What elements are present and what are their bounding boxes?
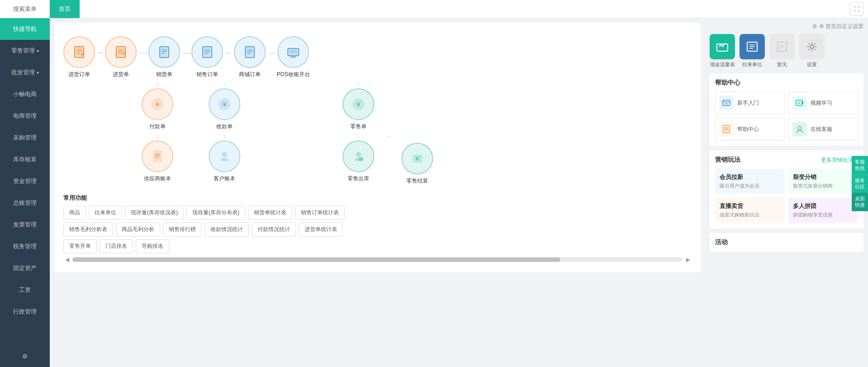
help-item-online-service[interactable]: 在线客服 bbox=[788, 118, 858, 140]
marketing-live[interactable]: 直播卖货 场景式购物新玩法 bbox=[715, 198, 785, 223]
marketing-member-title: 会员拉新 bbox=[720, 173, 780, 181]
customer-account-icon[interactable] bbox=[209, 140, 240, 172]
cashflow-icon-box bbox=[710, 34, 735, 59]
helpcenter-icon bbox=[719, 122, 734, 136]
marketing-group[interactable]: 多人拼团 拼团购物享受优惠 bbox=[788, 198, 858, 223]
sidebar-item-wholesale[interactable]: 批发管理 ▾ bbox=[0, 62, 50, 83]
func-btn-store-rank[interactable]: 门店排名 bbox=[100, 239, 133, 253]
help-item-beginner[interactable]: 新手入门 bbox=[715, 92, 785, 114]
svg-text:¥: ¥ bbox=[222, 101, 226, 108]
scroll-bar: ◀ ▶ bbox=[63, 256, 692, 263]
help-item-helpcenter[interactable]: 帮助中心 bbox=[715, 118, 785, 140]
func-btn-payment-stats[interactable]: 付款情况统计 bbox=[252, 222, 296, 237]
svg-rect-0 bbox=[75, 47, 84, 58]
tab-home[interactable]: 首页 bbox=[50, 0, 80, 18]
node-purchase-order[interactable]: 进货订单 bbox=[63, 36, 95, 78]
svg-rect-10 bbox=[160, 47, 169, 58]
help-item-video[interactable]: 视频学习 bbox=[788, 92, 858, 114]
float-buttons: 客服热线 服务社区 桌面快捷 bbox=[852, 156, 868, 211]
arrow-1: → bbox=[95, 48, 105, 58]
retail-settlement-icon[interactable]: ¥ bbox=[401, 143, 433, 174]
func-btn-sales-stats[interactable]: 销货单统计表 bbox=[248, 206, 292, 220]
func-btn-inventory-status[interactable]: 现存量(库存状况表) bbox=[125, 206, 184, 220]
marketing-live-title: 直播卖货 bbox=[720, 202, 780, 210]
marketing-member-desc: 吸引用户成为会员 bbox=[720, 183, 780, 189]
activity-title: 活动 bbox=[715, 238, 858, 246]
node-pos-cashier[interactable]: POS收银开台 bbox=[277, 36, 310, 78]
sidebar-item-invoice[interactable]: 发票管理 bbox=[0, 214, 50, 236]
float-btn-desktop[interactable]: 桌面快捷 bbox=[852, 193, 868, 211]
payment-slip-icon[interactable]: ¥ bbox=[142, 88, 173, 120]
sales-order-label: 销售订单 bbox=[196, 71, 218, 78]
common-func-title: 常用功能 bbox=[63, 194, 692, 202]
func-btn-goods[interactable]: 商品 bbox=[63, 206, 86, 220]
float-btn-service[interactable]: 客服热线 bbox=[852, 156, 868, 174]
scroll-track[interactable] bbox=[72, 257, 682, 262]
svg-point-62 bbox=[798, 126, 801, 130]
chevron-down-icon: ▾ bbox=[37, 48, 39, 53]
marketing-member[interactable]: 会员拉新 吸引用户成为会员 bbox=[715, 169, 785, 194]
sidebar-item-assets[interactable]: 固定资产 bbox=[0, 257, 50, 279]
sidebar-item-finance[interactable]: 资金管理 bbox=[0, 170, 50, 192]
svg-point-40 bbox=[222, 152, 227, 157]
marketing-fission[interactable]: 裂变分销 裂变式发展分销商 bbox=[788, 169, 858, 194]
sidebar-item-purchase[interactable]: 采购管理 bbox=[0, 127, 50, 149]
func-btn-goods-profit[interactable]: 商品毛利分析 bbox=[116, 222, 160, 237]
gear-icon: ⚙ bbox=[812, 23, 817, 29]
purchase-order-icon bbox=[63, 36, 95, 68]
retail-outbound-icon[interactable] bbox=[343, 140, 374, 172]
sales-order-icon bbox=[191, 36, 223, 68]
sidebar-item-ecommerce[interactable]: 电商管理 bbox=[0, 105, 50, 127]
node-purchase-receipt[interactable]: 进货单 bbox=[105, 36, 137, 78]
func-btn-receipt-stats[interactable]: 收款情况统计 bbox=[205, 222, 249, 237]
func-btn-sales-rank[interactable]: 销售排行榜 bbox=[163, 222, 202, 237]
fullscreen-button[interactable]: ⛶ bbox=[850, 2, 863, 16]
tab-home-label: 首页 bbox=[59, 5, 71, 13]
sidebar-item-tax[interactable]: 税务管理 bbox=[0, 236, 50, 257]
sales-invoice-label: 销货单 bbox=[156, 71, 172, 78]
main-panel: 进货订单 → 进货单 ←-- bbox=[50, 18, 705, 367]
search-menu-button[interactable]: 搜索菜单 bbox=[0, 0, 50, 18]
func-btn-sales-order-stats[interactable]: 销售订单统计表 bbox=[295, 206, 345, 220]
node-mall-order[interactable]: 商城订单 bbox=[234, 36, 266, 78]
sidebar-gear-button[interactable]: ⚙ bbox=[0, 345, 50, 367]
svg-rect-36 bbox=[153, 151, 162, 162]
sidebar-item-salary[interactable]: 工资 bbox=[0, 279, 50, 301]
float-btn-community[interactable]: 服务社区 bbox=[852, 174, 868, 193]
sidebar-item-inventory[interactable]: 库存核算 bbox=[0, 149, 50, 170]
right-panel: ⚙ ⚙ 首页自定义设置 现金流量表 往来单位 bbox=[705, 18, 868, 367]
func-btn-purchase-stats[interactable]: 进货单统计表 bbox=[299, 222, 343, 237]
sidebar-item-ledger[interactable]: 总账管理 bbox=[0, 192, 50, 214]
retail-order-label: 零售单 bbox=[350, 123, 367, 130]
func-btn-contacts[interactable]: 往来单位 bbox=[89, 206, 122, 220]
svg-text:¥: ¥ bbox=[155, 101, 159, 108]
retail-order-icon[interactable]: ¥ bbox=[343, 88, 374, 120]
contacts-icon-box bbox=[739, 34, 765, 59]
quick-icon-placeholder[interactable]: 暂无 bbox=[769, 34, 795, 68]
sidebar-item-retail[interactable]: 零售管理 ▾ bbox=[0, 40, 50, 62]
sidebar-item-xiaochangec[interactable]: 小畅电商 bbox=[0, 83, 50, 105]
svg-point-53 bbox=[810, 45, 814, 48]
quick-icon-contacts[interactable]: 往来单位 bbox=[739, 34, 765, 68]
video-label: 视频学习 bbox=[811, 99, 832, 107]
supplier-account-label: 供应商账本 bbox=[144, 175, 171, 183]
sidebar-item-admin[interactable]: 行政管理 bbox=[0, 301, 50, 323]
quick-icon-cashflow[interactable]: 现金流量表 bbox=[710, 34, 735, 68]
func-btn-guide-rank[interactable]: 导购排名 bbox=[136, 239, 169, 253]
scroll-right-button[interactable]: ▶ bbox=[684, 256, 692, 263]
sidebar-item-quicknav[interactable]: 快捷导航 bbox=[0, 18, 50, 40]
func-btn-retail-order[interactable]: 零售开单 bbox=[63, 239, 97, 253]
node-sales-invoice[interactable]: 销货单 bbox=[148, 36, 180, 78]
scroll-left-button[interactable]: ◀ bbox=[63, 256, 71, 263]
node-sales-order[interactable]: 销售订单 bbox=[191, 36, 223, 78]
quick-icon-settings[interactable]: 设置 bbox=[799, 34, 825, 68]
func-btn-inventory-dist[interactable]: 现存量(库存分布表) bbox=[186, 206, 245, 220]
settings-icon-label: 设置 bbox=[807, 61, 817, 68]
customize-settings-button[interactable]: ⚙ ⚙ 首页自定义设置 bbox=[710, 23, 863, 30]
supplier-account-icon[interactable] bbox=[142, 140, 173, 172]
pos-cashier-icon bbox=[277, 36, 309, 68]
receipt-slip-icon[interactable]: ¥ bbox=[209, 88, 240, 120]
func-btn-sales-profit[interactable]: 销售毛利分析表 bbox=[63, 222, 113, 237]
marketing-grid: 会员拉新 吸引用户成为会员 裂变分销 裂变式发展分销商 直播卖货 场景式购物新玩… bbox=[715, 169, 858, 223]
retail-outbound-label: 零售出库 bbox=[348, 175, 369, 183]
